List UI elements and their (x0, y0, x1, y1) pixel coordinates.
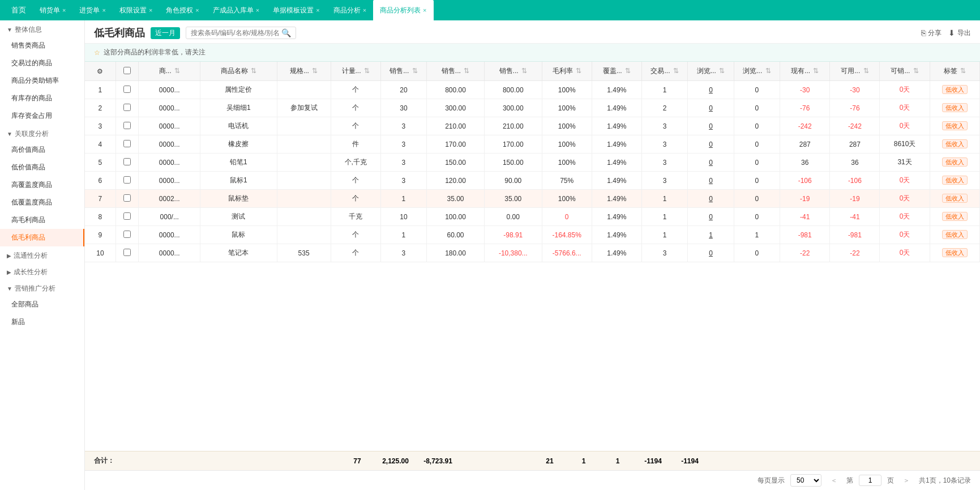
nav-item-home[interactable]: 首页 (5, 0, 33, 20)
nav-item-roles[interactable]: 角色授权 × (159, 0, 206, 20)
sort-name-icon[interactable]: ⇅ (251, 67, 256, 75)
th-spec[interactable]: 规格... ⇅ (277, 62, 331, 81)
per-page-select[interactable]: 50 20 100 (790, 474, 821, 487)
th-code[interactable]: 商... ⇅ (139, 62, 200, 81)
nav-item-sales[interactable]: 销货单 × (33, 0, 72, 20)
sidebar-item-sales-goods[interactable]: 销售类商品 (0, 37, 84, 54)
sidebar-item-traded-goods[interactable]: 交易过的商品 (0, 54, 84, 72)
th-gross-rate[interactable]: 毛利率 ⇅ (542, 62, 592, 81)
th-current[interactable]: 现有... ⇅ (780, 62, 830, 81)
cell-check[interactable] (115, 99, 139, 117)
next-page-button[interactable]: ＞ (900, 475, 913, 487)
sort-sellable-icon[interactable]: ⇅ (913, 67, 919, 75)
row-checkbox[interactable] (123, 176, 131, 184)
sort-avail-icon[interactable]: ⇅ (863, 67, 869, 75)
sort-trade-icon[interactable]: ⇅ (673, 67, 679, 75)
select-all-checkbox[interactable] (123, 67, 131, 74)
sidebar-group-growth[interactable]: ▶ 成长性分析 (0, 263, 84, 279)
sidebar-group-overall[interactable]: ▼ 整体信息 (0, 20, 84, 37)
th-tag[interactable]: 标签 ⇅ (930, 62, 979, 81)
share-button[interactable]: ⎘ 分享 (921, 28, 942, 38)
close-sales-icon[interactable]: × (62, 7, 66, 14)
cell-view1[interactable]: 0 (688, 208, 734, 226)
th-avail[interactable]: 可用... ⇅ (830, 62, 880, 81)
close-analysis-list-icon[interactable]: × (423, 7, 426, 14)
sidebar-item-high-margin[interactable]: 高毛利商品 (0, 211, 84, 229)
row-checkbox[interactable] (123, 140, 131, 147)
th-checkbox[interactable] (115, 62, 139, 81)
sort-unit-icon[interactable]: ⇅ (364, 67, 370, 75)
page-number-input[interactable]: 1 (859, 475, 881, 486)
row-checkbox[interactable] (123, 86, 131, 93)
th-view2[interactable]: 浏览... ⇅ (734, 62, 780, 81)
sidebar-group-flow[interactable]: ▶ 流通性分析 (0, 246, 84, 263)
row-checkbox[interactable] (123, 104, 131, 111)
nav-item-analysis[interactable]: 商品分析 × (327, 0, 373, 20)
cell-check[interactable] (115, 154, 139, 172)
cell-view1[interactable]: 0 (688, 81, 734, 99)
cell-check[interactable] (115, 208, 139, 226)
nav-item-purchase[interactable]: 进货单 × (72, 0, 112, 20)
prev-page-button[interactable]: ＜ (827, 475, 841, 487)
nav-item-analysis-list[interactable]: 商品分析列表 × (373, 0, 433, 20)
search-icon[interactable]: 🔍 (281, 28, 291, 37)
th-sellable[interactable]: 可销... ⇅ (880, 62, 930, 81)
th-name[interactable]: 商品名称 ⇅ (200, 62, 277, 81)
cell-view1[interactable]: 0 (688, 190, 734, 208)
th-trade[interactable]: 交易... ⇅ (641, 62, 687, 81)
close-permissions-icon[interactable]: × (149, 7, 152, 14)
cell-check[interactable] (115, 172, 139, 190)
date-badge[interactable]: 近一月 (151, 27, 180, 39)
cell-view1[interactable]: 0 (688, 172, 734, 190)
sort-gross-rate-icon[interactable]: ⇅ (576, 67, 581, 75)
nav-item-products[interactable]: 产成品入库单 × (206, 0, 266, 20)
cell-view1[interactable]: 0 (688, 135, 734, 154)
sidebar-item-all-goods[interactable]: 全部商品 (0, 296, 84, 313)
th-unit[interactable]: 计量... ⇅ (331, 62, 380, 81)
sort-spec-icon[interactable]: ⇅ (312, 67, 318, 75)
th-view1[interactable]: 浏览... ⇅ (688, 62, 734, 81)
sort-sales-price-icon[interactable]: ⇅ (464, 67, 469, 75)
cell-check[interactable] (115, 244, 139, 262)
row-checkbox[interactable] (123, 122, 131, 129)
sidebar-item-new-goods[interactable]: 新品 (0, 313, 84, 331)
row-checkbox[interactable] (123, 249, 131, 256)
cell-check[interactable] (115, 226, 139, 244)
close-products-icon[interactable]: × (256, 7, 259, 14)
cell-view1[interactable]: 0 (688, 99, 734, 117)
cell-view1[interactable]: 0 (688, 244, 734, 262)
sidebar-item-high-coverage[interactable]: 高覆盖度商品 (0, 176, 84, 194)
sidebar-item-low-coverage[interactable]: 低覆盖度商品 (0, 194, 84, 211)
th-settings[interactable]: ⚙ (85, 62, 115, 81)
sidebar-item-in-stock[interactable]: 有库存的商品 (0, 90, 84, 107)
table-container[interactable]: ⚙ 商... ⇅ 商品名称 ⇅ 规格... ⇅ 计量... ⇅ 销售... ⇅ … (85, 62, 980, 451)
sidebar-item-low-margin[interactable]: 低毛利商品 (0, 229, 84, 246)
cell-check[interactable] (115, 117, 139, 135)
th-sales-profit[interactable]: 销售... ⇅ (484, 62, 542, 81)
sidebar-item-capital[interactable]: 库存资金占用 (0, 107, 84, 125)
search-input[interactable] (191, 29, 281, 37)
th-cover[interactable]: 覆盖... ⇅ (592, 62, 641, 81)
sidebar-item-high-value[interactable]: 高价值商品 (0, 141, 84, 159)
sort-cover-icon[interactable]: ⇅ (625, 67, 631, 75)
close-analysis-icon[interactable]: × (363, 7, 366, 14)
sidebar-item-low-value[interactable]: 低价值商品 (0, 159, 84, 176)
sidebar-group-correlation[interactable]: ▼ 关联度分析 (0, 125, 84, 141)
close-purchase-icon[interactable]: × (102, 7, 105, 14)
nav-item-permissions[interactable]: 权限设置 × (113, 0, 159, 20)
sort-code-icon[interactable]: ⇅ (174, 67, 180, 75)
cell-check[interactable] (115, 190, 139, 208)
cell-view1[interactable]: 0 (688, 117, 734, 135)
sort-current-icon[interactable]: ⇅ (813, 67, 819, 75)
sort-sales-qty-icon[interactable]: ⇅ (412, 67, 418, 75)
row-checkbox[interactable] (123, 212, 131, 220)
close-roles-icon[interactable]: × (195, 7, 199, 14)
cell-check[interactable] (115, 81, 139, 99)
sort-view2-icon[interactable]: ⇅ (765, 67, 771, 75)
sidebar-item-category-rate[interactable]: 商品分类助销率 (0, 72, 84, 90)
cell-view1[interactable]: 1 (688, 226, 734, 244)
cell-check[interactable] (115, 135, 139, 154)
th-sales-price[interactable]: 销售... ⇅ (427, 62, 485, 81)
row-checkbox[interactable] (123, 194, 131, 202)
export-button[interactable]: ⬇ 导出 (948, 28, 971, 38)
